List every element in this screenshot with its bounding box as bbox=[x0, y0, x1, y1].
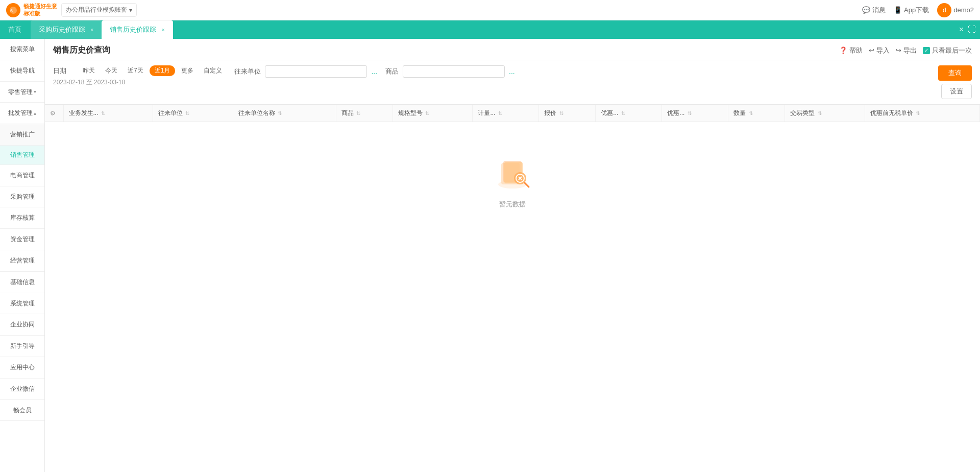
partner-dots[interactable]: ... bbox=[371, 67, 377, 76]
app-download-btn[interactable]: 📱 App下载 bbox=[894, 6, 929, 15]
app-download-label: App下载 bbox=[904, 6, 929, 15]
page-title: 销售历史价查询 bbox=[53, 45, 110, 56]
chevron-up-icon: ▴ bbox=[34, 110, 36, 117]
export-btn[interactable]: ↪ 导出 bbox=[896, 46, 917, 55]
top-bar-right: 💬 消息 📱 App下载 d demo2 bbox=[862, 3, 974, 17]
sort-icon-unit: ⇅ bbox=[498, 110, 502, 116]
message-btn[interactable]: 💬 消息 bbox=[862, 6, 886, 15]
content-area: 销售历史价查询 ❓ 帮助 ↩ 导入 ↪ 导出 只看最后一次 bbox=[45, 39, 980, 472]
sort-icon-partner-name: ⇅ bbox=[278, 110, 282, 116]
th-product[interactable]: 商品 ⇅ bbox=[336, 105, 393, 122]
sidebar-app-center-label: 应用中心 bbox=[10, 364, 35, 371]
svg-text:6: 6 bbox=[10, 8, 13, 13]
sort-icon-quantity: ⇅ bbox=[749, 110, 753, 116]
sidebar-item-new-guide[interactable]: 新手引导 bbox=[0, 336, 44, 357]
date-btn-today[interactable]: 今天 bbox=[101, 65, 121, 76]
sidebar-item-enterprise-wechat[interactable]: 企业微信 bbox=[0, 379, 44, 400]
chevron-down-icon: ▾ bbox=[34, 88, 36, 96]
user-menu[interactable]: d demo2 bbox=[937, 3, 974, 17]
th-unit[interactable]: 计量... ⇅ bbox=[473, 105, 539, 122]
sidebar-item-sales-mgmt[interactable]: 销售管理 bbox=[0, 146, 44, 165]
logo-text: 畅捷通好生意 标准版 bbox=[23, 3, 57, 16]
import-icon: ↩ bbox=[869, 46, 874, 54]
sidebar-item-wholesale-mgmt[interactable]: 批发管理 ▴ bbox=[0, 103, 44, 124]
sidebar-retail-mgmt-label: 零售管理 bbox=[8, 88, 33, 97]
sort-icon-quoted-price: ⇅ bbox=[559, 110, 564, 116]
sidebar-item-purchase-mgmt[interactable]: 采购管理 bbox=[0, 186, 44, 208]
close-window-btn[interactable]: × bbox=[959, 25, 964, 34]
product-dots[interactable]: ... bbox=[509, 67, 515, 76]
th-trade-type[interactable]: 交易类型 ⇅ bbox=[785, 105, 865, 122]
sidebar-system-label: 系统管理 bbox=[10, 300, 35, 307]
sidebar-item-inventory-check[interactable]: 库存核算 bbox=[0, 207, 44, 229]
th-quoted-price[interactable]: 报价 ⇅ bbox=[539, 105, 596, 122]
empty-icon bbox=[492, 153, 533, 194]
help-btn[interactable]: ❓ 帮助 bbox=[839, 46, 863, 55]
sidebar-ops-label: 经营管理 bbox=[10, 257, 35, 264]
import-btn[interactable]: ↩ 导入 bbox=[869, 46, 890, 55]
settings-button[interactable]: 设置 bbox=[941, 84, 972, 99]
sidebar-item-quick-nav[interactable]: 快捷导航 bbox=[0, 60, 44, 82]
tab-purchase-label: 采购历史价跟踪 bbox=[39, 25, 85, 34]
tab-purchase-close[interactable]: × bbox=[90, 27, 93, 33]
sort-icon-discount1: ⇅ bbox=[621, 110, 625, 116]
app-selector[interactable]: 办公用品行业模拟账套 ▾ bbox=[61, 3, 137, 17]
date-btn-7days[interactable]: 近7天 bbox=[124, 65, 148, 76]
sidebar-item-vip-member[interactable]: 畅会员 bbox=[0, 400, 44, 421]
import-label: 导入 bbox=[876, 46, 890, 55]
query-button[interactable]: 查询 bbox=[938, 65, 972, 81]
sidebar-item-search-menu[interactable]: 搜索菜单 bbox=[0, 39, 44, 60]
date-btn-1month[interactable]: 近1月 bbox=[150, 65, 176, 76]
message-icon: 💬 bbox=[862, 6, 870, 14]
date-btn-custom[interactable]: 自定义 bbox=[200, 65, 226, 76]
product-input[interactable] bbox=[403, 65, 505, 78]
sidebar-item-ecommerce-mgmt[interactable]: 电商管理 bbox=[0, 165, 44, 186]
sidebar-item-ops-mgmt[interactable]: 经营管理 bbox=[0, 250, 44, 272]
sidebar-item-retail-mgmt[interactable]: 零售管理 ▾ bbox=[0, 82, 44, 103]
sidebar-quick-nav-label: 快捷导航 bbox=[10, 67, 35, 74]
filter-actions: 查询 设置 bbox=[938, 65, 972, 99]
partner-input[interactable] bbox=[265, 65, 367, 78]
sidebar-new-guide-label: 新手引导 bbox=[10, 342, 35, 349]
tab-purchase-history[interactable]: 采购历史价跟踪 × bbox=[31, 20, 102, 39]
table-container: ⚙ 业务发生... ⇅ 往来单位 ⇅ 往来单位名称 ⇅ bbox=[45, 105, 980, 472]
sidebar-item-enterprise-collab[interactable]: 企业协同 bbox=[0, 314, 44, 336]
th-discount1[interactable]: 优惠... ⇅ bbox=[596, 105, 662, 122]
top-bar: 6 畅捷通好生意 标准版 办公用品行业模拟账套 ▾ 💬 消息 📱 App下载 d… bbox=[0, 0, 980, 20]
th-biz-date[interactable]: 业务发生... ⇅ bbox=[63, 105, 153, 122]
th-partner-name[interactable]: 往来单位名称 ⇅ bbox=[233, 105, 336, 122]
tab-sales-close[interactable]: × bbox=[161, 27, 164, 33]
sort-icon-trade-type: ⇅ bbox=[818, 110, 822, 116]
main-layout: 搜索菜单 快捷导航 零售管理 ▾ 批发管理 ▴ 营销推广 销售管理 电商管理 采… bbox=[0, 39, 980, 472]
th-spec[interactable]: 规格型号 ⇅ bbox=[393, 105, 473, 122]
th-partner-code[interactable]: 往来单位 ⇅ bbox=[153, 105, 233, 122]
th-pre-tax-price[interactable]: 优惠前无税单价 ⇅ bbox=[865, 105, 979, 122]
logo-icon: 6 bbox=[6, 3, 20, 17]
tab-home[interactable]: 首页 bbox=[0, 20, 30, 39]
tab-sales-history[interactable]: 销售历史价跟踪 × bbox=[102, 20, 173, 39]
sort-icon-spec: ⇅ bbox=[425, 110, 429, 116]
maximize-window-btn[interactable]: ⛶ bbox=[968, 25, 976, 34]
help-icon: ❓ bbox=[839, 46, 847, 54]
date-btn-more[interactable]: 更多 bbox=[177, 65, 198, 76]
column-settings-icon[interactable]: ⚙ bbox=[50, 110, 56, 117]
th-settings: ⚙ bbox=[45, 105, 63, 122]
only-last-checkbox-group[interactable]: 只看最后一次 bbox=[923, 46, 972, 55]
only-last-checkbox[interactable] bbox=[923, 47, 930, 54]
sidebar-item-basic-info[interactable]: 基础信息 bbox=[0, 272, 44, 293]
th-discount2[interactable]: 优惠... ⇅ bbox=[662, 105, 728, 122]
date-btn-yesterday[interactable]: 昨天 bbox=[79, 65, 99, 76]
tab-sales-label: 销售历史价跟踪 bbox=[110, 25, 156, 34]
sidebar-item-marketing[interactable]: 营销推广 bbox=[0, 124, 44, 146]
filter-section: 日期 昨天 今天 近7天 近1月 更多 自定义 2023-02-18 至 202… bbox=[45, 60, 980, 105]
product-filter-group: 商品 ... bbox=[385, 65, 515, 78]
sidebar-item-app-center[interactable]: 应用中心 bbox=[0, 357, 44, 379]
th-quantity[interactable]: 数量 ⇅ bbox=[728, 105, 785, 122]
sidebar-item-finance-mgmt[interactable]: 资金管理 bbox=[0, 229, 44, 250]
export-label: 导出 bbox=[903, 46, 917, 55]
date-buttons: 昨天 今天 近7天 近1月 更多 自定义 bbox=[79, 65, 226, 76]
page-header-actions: ❓ 帮助 ↩ 导入 ↪ 导出 只看最后一次 bbox=[839, 46, 972, 55]
sidebar-item-system-settings[interactable]: 系统管理 bbox=[0, 293, 44, 315]
empty-text: 暂元数据 bbox=[499, 200, 526, 209]
username: demo2 bbox=[953, 6, 974, 14]
